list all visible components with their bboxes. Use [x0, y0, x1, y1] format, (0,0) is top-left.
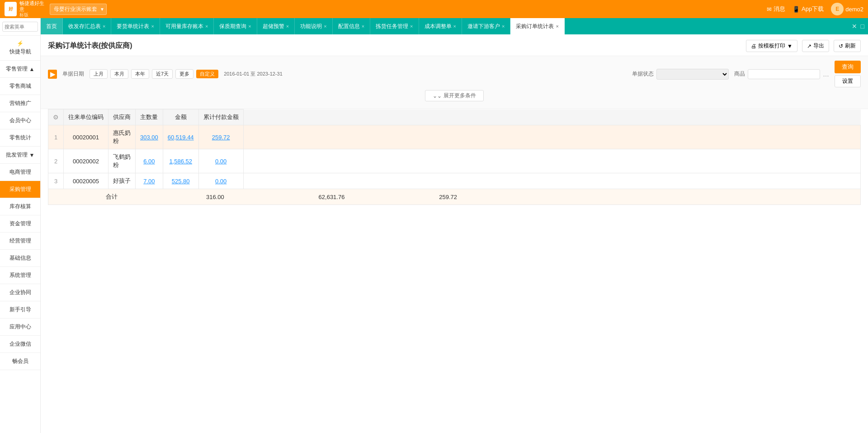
date-btn-7days[interactable]: 近7天 — [152, 69, 173, 79]
search-input[interactable] — [2, 22, 38, 32]
user-profile[interactable]: E demo2 — [831, 3, 863, 15]
sidebar-item-newguide[interactable]: 新手引导 — [0, 301, 40, 319]
date-custom-badge: 自定义 — [196, 70, 218, 78]
maximize-button[interactable]: □ — [861, 23, 864, 30]
sidebar-item-collab[interactable]: 企业协同 — [0, 284, 40, 301]
date-btn-last-month[interactable]: 上月 — [90, 69, 108, 79]
tab-close-function[interactable]: × — [324, 24, 326, 29]
sidebar-item-marketing[interactable]: 营销推广 — [0, 95, 40, 112]
sidebar-item-retail[interactable]: 零售管理 ▲ — [0, 61, 40, 78]
tab-home[interactable]: 首页 — [41, 18, 63, 34]
logo-area: 好 畅捷通好生意 标版 — [5, 0, 45, 18]
expand-icon: ⌄⌄ — [433, 93, 442, 99]
tab-purchase-stat[interactable]: 采购订单统计表 × — [510, 18, 564, 34]
query-button[interactable]: 查询 — [835, 61, 861, 73]
sidebar-item-basic[interactable]: 基础信息 — [0, 250, 40, 267]
col-supplier: 供应商 — [108, 109, 136, 125]
row-supplier: 惠氏奶粉 — [108, 125, 136, 149]
row-paid[interactable]: 0.00 — [198, 173, 243, 189]
tab-cost-adjust[interactable]: 成本调整单 × — [419, 18, 462, 34]
message-button[interactable]: ✉ 消息 — [767, 5, 785, 13]
date-btn-more[interactable]: 更多 — [175, 69, 193, 79]
tab-pick-task[interactable]: 拣货任务管理 × — [370, 18, 419, 34]
footer-qty: 316.00 — [157, 194, 274, 200]
page-header: 采购订单统计表(按供应商) 🖨 按模板打印 ▼ ↗ 导出 ↺ 刷新 — [41, 34, 868, 56]
tab-close-receive[interactable]: × — [103, 24, 105, 29]
row-qty[interactable]: 303.00 — [136, 125, 163, 149]
sidebar-item-system[interactable]: 系统管理 — [0, 267, 40, 284]
tab-goods-stat[interactable]: 要货单统计表 × — [111, 18, 160, 34]
sidebar-item-retail-mall[interactable]: 零售商城 — [0, 78, 40, 95]
sidebar-item-appcenter[interactable]: 应用中心 — [0, 319, 40, 336]
tab-close-expiry[interactable]: × — [248, 24, 251, 29]
tab-invite-down[interactable]: 邀请下游客户 × — [462, 18, 510, 34]
sidebar-item-purchase[interactable]: 采购管理 — [0, 181, 40, 198]
tab-overstock[interactable]: 超储预警 × — [257, 18, 295, 34]
date-btn-this-month[interactable]: 本月 — [110, 69, 128, 79]
col-code: 往来单位编码 — [64, 109, 108, 125]
tab-close-overstock[interactable]: × — [286, 24, 289, 29]
sidebar-item-quick-nav[interactable]: ⚡ 快捷导航 — [0, 36, 40, 61]
dropdown-arrow-icon: ▼ — [787, 43, 793, 49]
row-num: 1 — [48, 125, 64, 149]
sidebar-item-vip[interactable]: 畅会员 — [0, 353, 40, 370]
table-row: 2 00020002 飞鹤奶粉 6.00 1,586.52 0.00 — [48, 149, 861, 173]
goods-more-icon[interactable]: … — [823, 71, 829, 78]
column-settings-icon[interactable]: ⚙ — [53, 114, 59, 121]
goods-label: 商品 — [734, 70, 745, 78]
tab-function[interactable]: 功能说明 × — [295, 18, 332, 34]
content-area: 首页 收发存汇总表 × 要货单统计表 × 可用量库存账本 × 保质期查询 × 超… — [41, 18, 868, 433]
sidebar-item-inventory[interactable]: 库存核算 — [0, 198, 40, 215]
workspace-selector[interactable]: 母婴行业演示账套 ▼ — [45, 4, 767, 15]
close-tab-button[interactable]: ✕ — [852, 23, 857, 30]
tab-config[interactable]: 配置信息 × — [333, 18, 370, 34]
row-extra — [243, 149, 860, 173]
tab-close-pick-task[interactable]: × — [410, 24, 413, 29]
sidebar-item-search[interactable] — [0, 18, 40, 36]
settings-button[interactable]: 设置 — [835, 75, 861, 87]
date-btn-this-year[interactable]: 本年 — [131, 69, 149, 79]
expand-conditions-button[interactable]: ⌄⌄ 展开更多条件 — [425, 90, 484, 101]
row-amount[interactable]: 1,586.52 — [163, 149, 198, 173]
workspace-dropdown[interactable]: 母婴行业演示账套 ▼ — [50, 4, 107, 15]
row-amount[interactable]: 60,519.44 — [163, 125, 198, 149]
row-paid[interactable]: 0.00 — [198, 149, 243, 173]
row-extra — [243, 125, 860, 149]
refresh-button[interactable]: ↺ 刷新 — [834, 40, 861, 52]
logo-text: 畅捷通好生意 标版 — [19, 0, 45, 18]
tab-close-invite-down[interactable]: × — [502, 24, 505, 29]
row-num: 3 — [48, 173, 64, 189]
message-icon: ✉ — [767, 6, 772, 13]
sidebar-item-ecommerce[interactable]: 电商管理 — [0, 164, 40, 181]
row-supplier: 好孩子 — [108, 173, 136, 189]
tab-inventory-book[interactable]: 可用量库存账本 × — [160, 18, 214, 34]
sidebar-item-finance[interactable]: 资金管理 — [0, 215, 40, 233]
sidebar-item-member[interactable]: 会员中心 — [0, 112, 40, 129]
row-qty[interactable]: 6.00 — [136, 149, 163, 173]
sidebar-item-wechat[interactable]: 企业微信 — [0, 336, 40, 353]
row-amount[interactable]: 525.80 — [163, 173, 198, 189]
tab-close-config[interactable]: × — [362, 24, 364, 29]
filter-toggle[interactable]: ▶ — [48, 70, 57, 79]
sidebar-item-operation[interactable]: 经营管理 — [0, 233, 40, 250]
app-download-button[interactable]: 📱 App下载 — [793, 5, 824, 13]
tab-close-purchase-stat[interactable]: × — [556, 24, 558, 29]
row-paid[interactable]: 259.72 — [198, 125, 243, 149]
export-icon: ↗ — [807, 43, 811, 49]
table-footer: 合计 316.00 62,631.76 259.72 — [48, 189, 861, 205]
tab-close-inventory-book[interactable]: × — [205, 24, 208, 29]
quick-nav-icon: ⚡ — [17, 40, 24, 47]
tab-close-goods-stat[interactable]: × — [151, 24, 154, 29]
sidebar-item-retail-stat[interactable]: 零售统计 — [0, 129, 40, 147]
tab-receive[interactable]: 收发存汇总表 × — [63, 18, 111, 34]
status-select[interactable] — [656, 69, 729, 80]
row-supplier: 飞鹤奶粉 — [108, 149, 136, 173]
row-qty[interactable]: 7.00 — [136, 173, 163, 189]
tab-close-cost-adjust[interactable]: × — [453, 24, 456, 29]
sidebar-item-wholesale[interactable]: 批发管理 ▼ — [0, 147, 40, 164]
export-button[interactable]: ↗ 导出 — [802, 40, 829, 52]
goods-input[interactable] — [748, 69, 820, 79]
template-print-button[interactable]: 🖨 按模板打印 ▼ — [746, 40, 797, 52]
tab-expiry[interactable]: 保质期查询 × — [214, 18, 257, 34]
footer-paid: 259.72 — [390, 194, 506, 200]
